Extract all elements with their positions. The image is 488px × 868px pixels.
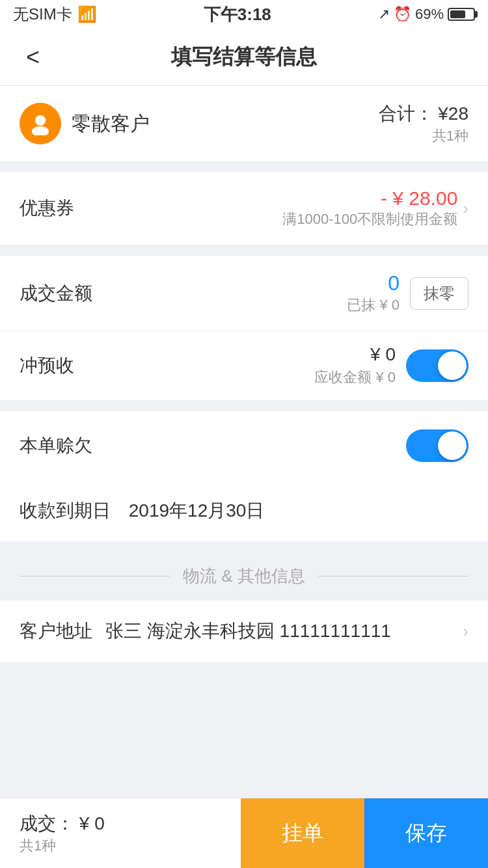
coupon-row[interactable]: 优惠券 - ¥ 28.00 满1000-100不限制使用金额 ›: [0, 172, 488, 245]
content-area: 零散客户 合计： ¥28 共1种 优惠券 - ¥ 28.00 满1000-100…: [0, 86, 488, 868]
deal-amount-right: 0 已抹 ¥ 0 抹零: [347, 271, 468, 315]
address-row[interactable]: 客户地址 张三 海淀永丰科技园 11111111111 ›: [0, 601, 488, 662]
address-value: 张三 海淀永丰科技园 11111111111: [105, 619, 463, 644]
round-zero-button[interactable]: 抹零: [410, 277, 468, 310]
due-date-label: 收款到期日: [20, 500, 111, 521]
save-button[interactable]: 保存: [364, 798, 488, 868]
credit-toggle[interactable]: [406, 429, 468, 462]
coupon-right: - ¥ 28.00 满1000-100不限制使用金额 ›: [282, 187, 468, 229]
empty-space: [0, 662, 488, 792]
deal-amount-label: 成交金额: [20, 281, 92, 306]
location-icon: ↗: [378, 6, 390, 23]
coupon-amount: - ¥ 28.00: [282, 187, 457, 210]
total-label: 合计：: [379, 103, 433, 124]
battery-icon: [448, 8, 475, 21]
svg-point-0: [35, 115, 46, 126]
advance-charge-row: 冲预收 ¥ 0 应收金额 ¥ 0: [0, 331, 488, 401]
customer-left: 零散客户: [20, 103, 150, 144]
advance-charge-right: ¥ 0 应收金额 ¥ 0: [314, 344, 468, 387]
advance-charge-amount: ¥ 0: [370, 344, 396, 365]
advance-charge-label: 冲预收: [20, 353, 74, 378]
deal-amount-sub: 已抹 ¥ 0: [347, 295, 400, 315]
nav-bar: < 填写结算等信息: [0, 29, 488, 86]
status-left: 无SIM卡 📶: [13, 4, 97, 25]
section-divider-2: [0, 401, 488, 411]
bottom-count: 共1种: [20, 836, 221, 856]
status-bar: 无SIM卡 📶 下午3:18 ↗ ⏰ 69%: [0, 0, 488, 29]
bottom-summary: 成交： ¥ 0 共1种: [0, 811, 241, 856]
toggle-thumb: [438, 351, 467, 380]
bottom-deal-amount: ¥ 0: [79, 813, 105, 834]
chevron-right-icon: ›: [463, 198, 468, 219]
coupon-desc: 满1000-100不限制使用金额: [282, 210, 457, 229]
bottom-deal-label: 成交：: [20, 813, 74, 834]
deal-amount-row: 成交金额 0 已抹 ¥ 0 抹零: [0, 256, 488, 331]
advance-charge-values: ¥ 0 应收金额 ¥ 0: [314, 344, 396, 387]
bottom-bar: 成交： ¥ 0 共1种 挂单 保存: [0, 798, 488, 868]
due-date-row: 收款到期日 2019年12月30日: [0, 480, 488, 541]
advance-charge-sub: 应收金额 ¥ 0: [314, 368, 396, 387]
carrier-text: 无SIM卡: [13, 4, 72, 25]
alarm-icon: ⏰: [394, 6, 411, 23]
coupon-label: 优惠券: [20, 196, 74, 221]
logistics-line-left: [20, 576, 170, 576]
hold-order-button[interactable]: 挂单: [241, 798, 364, 868]
page-title: 填写结算等信息: [171, 43, 317, 72]
logistics-divider: 物流 & 其他信息: [0, 552, 488, 601]
battery-percent: 69%: [415, 6, 444, 23]
deal-amount-value[interactable]: 0: [347, 271, 400, 295]
customer-row: 零散客户 合计： ¥28 共1种: [0, 86, 488, 161]
due-date-value: 2019年12月30日: [129, 500, 265, 521]
total-count: 共1种: [379, 126, 469, 146]
bottom-deal-text: 成交： ¥ 0: [20, 811, 221, 836]
customer-right: 合计： ¥28 共1种: [379, 102, 469, 146]
wifi-icon: 📶: [77, 5, 97, 23]
toggle-thumb-credit: [438, 431, 467, 460]
customer-name: 零散客户: [72, 111, 150, 137]
credit-row: 本单赊欠: [0, 411, 488, 480]
back-button[interactable]: <: [20, 37, 46, 77]
section-divider-3: [0, 541, 488, 552]
section-divider-1: [0, 245, 488, 256]
total-amount: ¥28: [438, 103, 468, 124]
address-label: 客户地址: [20, 619, 92, 644]
customer-avatar: [20, 103, 61, 144]
address-chevron-icon: ›: [463, 621, 468, 642]
logistics-line-right: [318, 576, 468, 576]
status-right: ↗ ⏰ 69%: [378, 6, 475, 23]
credit-label: 本单赊欠: [20, 433, 92, 458]
status-time: 下午3:18: [204, 3, 271, 26]
logistics-text: 物流 & 其他信息: [183, 565, 305, 588]
advance-charge-toggle[interactable]: [406, 349, 468, 382]
svg-point-1: [32, 126, 49, 135]
